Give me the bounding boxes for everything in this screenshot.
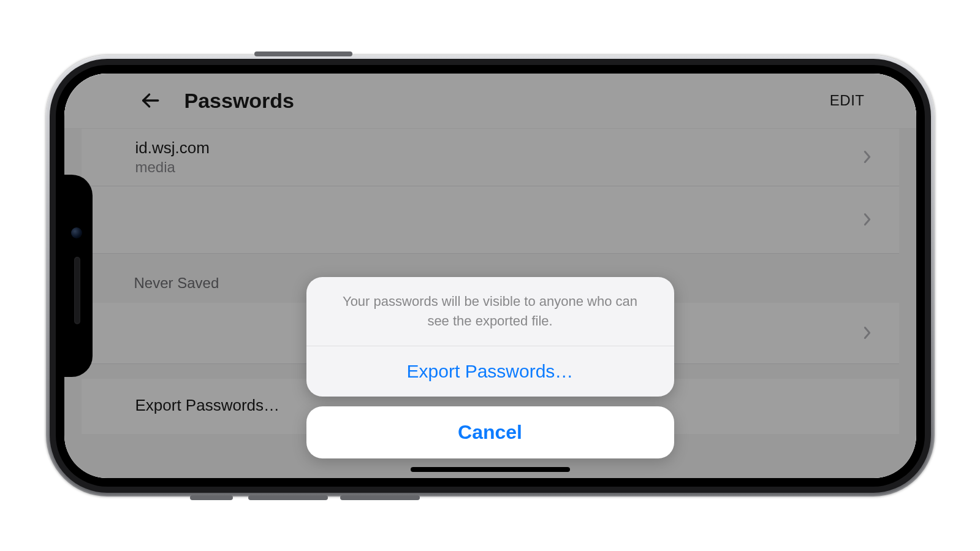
home-indicator[interactable] xyxy=(411,467,570,472)
cancel-button[interactable]: Cancel xyxy=(306,406,674,458)
front-camera xyxy=(71,227,82,238)
screen: Passwords EDIT id.wsj.com media xyxy=(64,74,916,478)
side-button-volume-up xyxy=(248,495,328,500)
side-button-silent xyxy=(190,495,233,500)
action-sheet-card: Your passwords will be visible to anyone… xyxy=(306,277,674,397)
action-sheet-message: Your passwords will be visible to anyone… xyxy=(306,277,674,346)
phone-frame: Passwords EDIT id.wsj.com media xyxy=(46,55,935,496)
side-button-power xyxy=(254,51,352,56)
notch xyxy=(64,175,93,377)
side-button-volume-down xyxy=(340,495,420,500)
export-passwords-button[interactable]: Export Passwords… xyxy=(306,346,674,397)
action-sheet: Your passwords will be visible to anyone… xyxy=(306,277,674,458)
speaker-grille xyxy=(74,257,80,324)
